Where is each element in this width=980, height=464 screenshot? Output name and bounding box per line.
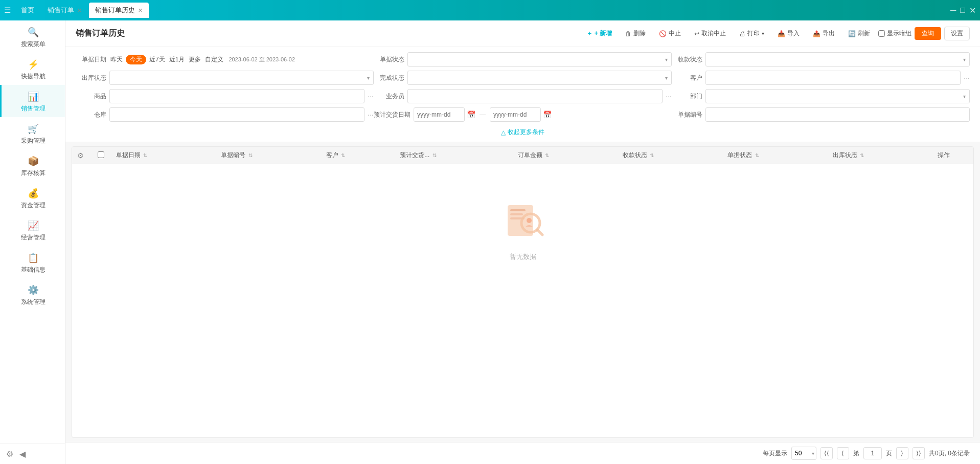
salesperson-dots[interactable]: ··· bbox=[666, 92, 672, 100]
delete-button[interactable]: 🗑 删除 bbox=[620, 27, 651, 40]
filter-date: 单据日期 昨天 今天 近7天 近1月 更多 自定义 2023-06-02 至 2… bbox=[76, 55, 374, 64]
th-order-status[interactable]: 单据状态 ⇅ bbox=[722, 147, 827, 164]
th-payment-status[interactable]: 收款状态 ⇅ bbox=[618, 147, 722, 164]
th-customer-sort: ⇅ bbox=[341, 152, 345, 158]
filter-customer: 客户 ··· bbox=[672, 71, 970, 85]
tab-sales-order[interactable]: 销售订单 ✕ bbox=[41, 3, 88, 18]
sidebar-item-quick-nav[interactable]: ⚡ 快捷导航 bbox=[0, 53, 65, 85]
display-columns-checkbox-wrap[interactable]: 显示暗组 bbox=[878, 29, 911, 38]
sidebar-settings-icon[interactable]: ⚙ bbox=[6, 449, 13, 459]
payment-status-select[interactable] bbox=[705, 52, 970, 67]
order-number-label: 单据编号 bbox=[672, 111, 702, 119]
import-button[interactable]: 📥 导入 bbox=[772, 27, 805, 40]
th-amount[interactable]: 订单金额 ⇅ bbox=[513, 147, 618, 164]
salesperson-input[interactable] bbox=[407, 89, 663, 103]
th-date-label: 单据日期 bbox=[116, 151, 141, 159]
page-number-input[interactable] bbox=[863, 447, 882, 459]
th-amount-sort: ⇅ bbox=[545, 152, 549, 158]
tab-sales-order-history[interactable]: 销售订单历史 ✕ bbox=[89, 3, 149, 18]
th-customer[interactable]: 客户 ⇅ bbox=[321, 147, 395, 164]
product-input[interactable] bbox=[109, 89, 364, 103]
settings-button[interactable]: 设置 bbox=[944, 27, 970, 40]
completion-status-select[interactable] bbox=[407, 71, 672, 85]
sidebar-item-purchase-mgmt[interactable]: 🛒 采购管理 bbox=[0, 117, 65, 149]
customer-label: 客户 bbox=[672, 74, 702, 82]
department-label: 部门 bbox=[672, 92, 702, 101]
topbar-minimize[interactable]: ─ bbox=[950, 6, 956, 15]
filter-row-4: 仓库 ··· 预计交货日期 📅 — 📅 单据编号 bbox=[76, 107, 970, 122]
th-settings[interactable]: ⚙ bbox=[72, 147, 93, 164]
tab-sales-order-close[interactable]: ✕ bbox=[77, 7, 82, 14]
filter-delivery-status: 出库状态 ▾ bbox=[76, 71, 374, 85]
table-settings-icon[interactable]: ⚙ bbox=[77, 151, 84, 160]
cancel-stop-button[interactable]: ↩ 取消中止 bbox=[689, 27, 731, 40]
date-custom[interactable]: 自定义 bbox=[204, 55, 224, 64]
order-number-input[interactable] bbox=[705, 107, 970, 122]
select-all-checkbox[interactable] bbox=[98, 151, 104, 158]
stop-button[interactable]: 🚫 中止 bbox=[654, 27, 686, 40]
export-icon: 📤 bbox=[813, 30, 821, 37]
completion-status-label: 完成状态 bbox=[374, 74, 404, 82]
display-columns-checkbox[interactable] bbox=[878, 30, 885, 37]
th-number[interactable]: 单据编号 ⇅ bbox=[216, 147, 321, 164]
sidebar-item-operations[interactable]: 📈 经营管理 bbox=[0, 214, 65, 246]
inventory-icon: 📦 bbox=[28, 156, 39, 167]
sidebar-item-basic-info[interactable]: 📋 基础信息 bbox=[0, 246, 65, 278]
add-button[interactable]: ＋ + 新增 bbox=[581, 27, 617, 40]
expected-delivery-start[interactable] bbox=[414, 107, 465, 122]
sidebar-item-inventory[interactable]: 📦 库存核算 bbox=[0, 149, 65, 182]
filter-order-number: 单据编号 bbox=[672, 107, 970, 122]
th-delivery-status[interactable]: 出库状态 ⇅ bbox=[828, 147, 932, 164]
warehouse-dots[interactable]: ··· bbox=[368, 111, 374, 119]
date-yesterday[interactable]: 昨天 bbox=[109, 55, 124, 64]
department-select[interactable] bbox=[705, 89, 970, 103]
th-date[interactable]: 单据日期 ⇅ bbox=[111, 147, 216, 164]
order-status-select[interactable] bbox=[407, 52, 672, 67]
customer-dots[interactable]: ··· bbox=[964, 74, 970, 82]
topbar-maximize[interactable]: □ bbox=[960, 6, 965, 15]
page-prev-button[interactable]: ⟨ bbox=[837, 447, 849, 459]
sidebar: 🔍 搜索菜单 ⚡ 快捷导航 📊 销售管理 🛒 采购管理 📦 库存核算 💰 资金管… bbox=[0, 20, 65, 464]
expected-delivery-start-icon[interactable]: 📅 bbox=[467, 111, 475, 119]
tab-home[interactable]: 首页 bbox=[15, 3, 40, 18]
table-body: 暂无数据 bbox=[72, 164, 973, 282]
topbar-close[interactable]: ✕ bbox=[969, 6, 976, 15]
sales-mgmt-icon: 📊 bbox=[28, 91, 39, 102]
sidebar-item-sales-mgmt[interactable]: 📊 销售管理 bbox=[0, 85, 65, 117]
refresh-button[interactable]: 🔄 刷新 bbox=[843, 27, 875, 40]
page-next-button[interactable]: ⟩ bbox=[896, 447, 908, 459]
page-size-select[interactable]: 50 10 20 100 bbox=[791, 447, 816, 460]
product-dots[interactable]: ··· bbox=[368, 92, 374, 100]
sidebar-collapse-icon[interactable]: ◀ bbox=[19, 449, 26, 459]
svg-rect-2 bbox=[510, 213, 523, 215]
customer-input[interactable] bbox=[705, 71, 961, 85]
warehouse-label: 仓库 bbox=[76, 111, 106, 119]
page-last-button[interactable]: ⟩⟩ bbox=[913, 447, 925, 459]
query-button[interactable]: 查询 bbox=[915, 27, 941, 40]
expected-delivery-end-icon[interactable]: 📅 bbox=[543, 111, 552, 119]
print-button[interactable]: 🖨 打印 bbox=[734, 27, 769, 40]
basic-info-icon: 📋 bbox=[28, 252, 39, 263]
th-delivery-date[interactable]: 预计交货... ⇅ bbox=[395, 147, 513, 164]
search-menu-icon[interactable]: ☰ bbox=[4, 6, 11, 15]
th-checkbox[interactable] bbox=[93, 147, 111, 164]
sidebar-item-search-menu[interactable]: 🔍 搜索菜单 bbox=[0, 20, 65, 53]
tab-sales-order-history-close[interactable]: ✕ bbox=[138, 7, 143, 14]
sidebar-item-finance[interactable]: 💰 资金管理 bbox=[0, 182, 65, 214]
import-icon: 📥 bbox=[778, 30, 785, 37]
collapse-more[interactable]: △ 收起更多条件 bbox=[76, 126, 970, 137]
export-button[interactable]: 📤 导出 bbox=[808, 27, 840, 40]
date-more[interactable]: 更多 bbox=[188, 55, 202, 64]
date-7days[interactable]: 近7天 bbox=[148, 55, 166, 64]
filter-warehouse: 仓库 ··· bbox=[76, 107, 374, 122]
svg-line-5 bbox=[537, 230, 542, 235]
sidebar-item-sys-mgmt[interactable]: ⚙️ 系统管理 bbox=[0, 278, 65, 311]
warehouse-input[interactable] bbox=[109, 107, 364, 122]
date-1month[interactable]: 近1月 bbox=[168, 55, 186, 64]
page-first-button[interactable]: ⟨⟨ bbox=[821, 447, 833, 459]
delivery-status-select[interactable] bbox=[109, 71, 374, 85]
page-title: 销售订单历史 bbox=[76, 28, 125, 45]
date-today[interactable]: 今天 bbox=[126, 55, 146, 64]
expected-delivery-end[interactable] bbox=[490, 107, 541, 122]
search-menu-icon: 🔍 bbox=[28, 27, 39, 38]
